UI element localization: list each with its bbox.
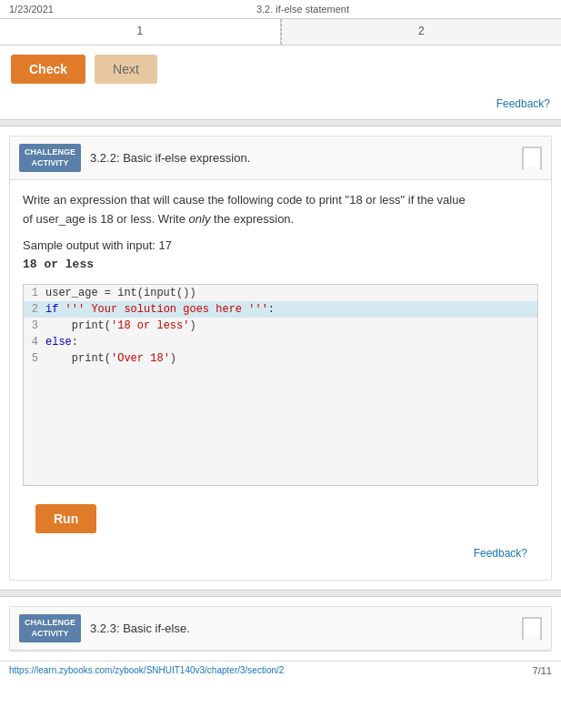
challenge-body-322: Write an expression that will cause the … [10, 180, 551, 580]
challenge-block-322: CHALLENGE ACTIVITY 3.2.2: Basic if-else … [9, 136, 552, 581]
run-button[interactable]: Run [35, 504, 96, 533]
bookmark-icon-322[interactable] [522, 147, 542, 170]
progress-tab-2[interactable]: 2 [281, 19, 562, 45]
feedback-row-2: Feedback? [23, 542, 538, 569]
code-line-5: 5 print('Over 18') [24, 350, 537, 367]
sample-output-value: 18 or less [23, 258, 538, 271]
code-empty-area[interactable] [24, 367, 537, 485]
check-next-row: Check Next [0, 46, 561, 93]
code-editor-322[interactable]: 1 user_age = int(input()) 2 if ''' Your … [23, 284, 538, 486]
progress-tabs: 1 2 [0, 19, 561, 45]
top-bar: 1/23/2021 3.2. if-else statement [0, 0, 561, 18]
challenge-header-323: CHALLENGE ACTIVITY 3.2.3: Basic if-else. [10, 607, 551, 651]
section-divider [0, 119, 561, 126]
check-button[interactable]: Check [11, 55, 85, 84]
section-title: 3.2. if-else statement [256, 4, 349, 15]
page-number: 7/11 [533, 665, 552, 676]
bottom-bar: https://learn.zybooks.com/zybook/SNHUIT1… [0, 661, 561, 680]
feedback-link-1[interactable]: Feedback? [496, 97, 550, 110]
next-button[interactable]: Next [95, 55, 157, 84]
challenge-badge-322: CHALLENGE ACTIVITY [19, 144, 81, 172]
date-label: 1/23/2021 [9, 4, 54, 15]
challenge-header-322: CHALLENGE ACTIVITY 3.2.2: Basic if-else … [10, 136, 551, 180]
bookmark-icon-323[interactable] [522, 617, 542, 641]
challenge-block-323: CHALLENGE ACTIVITY 3.2.3: Basic if-else. [9, 606, 552, 652]
sample-output-label: Sample output with input: 17 [23, 238, 538, 252]
challenge-description-322: Write an expression that will cause the … [23, 191, 538, 229]
code-line-3: 3 print('18 or less') [24, 318, 537, 334]
feedback-link-2[interactable]: Feedback? [474, 547, 527, 560]
code-line-4: 4 else: [24, 334, 537, 350]
challenge-title-322: 3.2.2: Basic if-else expression. [90, 151, 522, 165]
challenge-title-323: 3.2.3: Basic if-else. [90, 622, 522, 635]
url-label: https://learn.zybooks.com/zybook/SNHUIT1… [9, 665, 284, 676]
feedback-row-1: Feedback? [0, 93, 561, 119]
run-row: Run [23, 495, 538, 542]
progress-tab-1[interactable]: 1 [0, 19, 281, 45]
code-line-1: 1 user_age = int(input()) [24, 285, 537, 301]
progress-section: 1 2 [0, 18, 561, 46]
code-line-2: 2 if ''' Your solution goes here ''': [24, 301, 537, 318]
challenge-badge-323: CHALLENGE ACTIVITY [19, 614, 81, 642]
section-divider-2 [0, 590, 561, 597]
